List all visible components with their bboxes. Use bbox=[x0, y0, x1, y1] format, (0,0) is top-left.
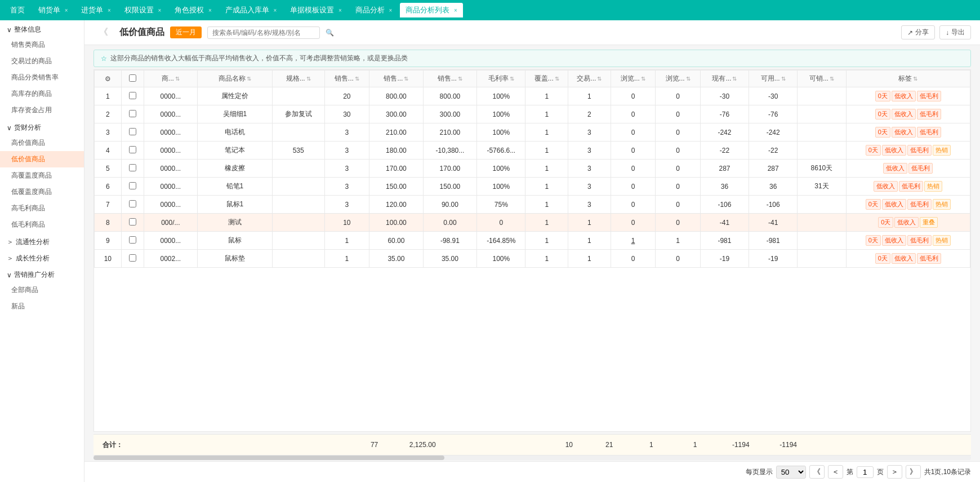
th-cover[interactable]: 覆盖...⇅ bbox=[525, 70, 568, 87]
cell-view1[interactable]: 0 bbox=[611, 141, 656, 160]
next-page-btn[interactable]: ＞ bbox=[887, 465, 902, 479]
sidebar-group-flow[interactable]: ＞ 流通性分析 bbox=[0, 233, 84, 249]
collapse-sidebar-btn[interactable]: 《 bbox=[93, 25, 114, 40]
sidebar-item-high-stock[interactable]: 高库存的商品 bbox=[0, 86, 84, 102]
close-icon[interactable]: × bbox=[338, 7, 342, 14]
sidebar-item-stock-fund[interactable]: 库存资金占用 bbox=[0, 102, 84, 118]
sidebar-item-high-coverage[interactable]: 高覆盖度商品 bbox=[0, 167, 84, 184]
horizontal-scrollbar[interactable] bbox=[93, 456, 971, 460]
sidebar-item-high-margin[interactable]: 高毛利商品 bbox=[0, 200, 84, 216]
th-tag[interactable]: 标签⇅ bbox=[846, 70, 970, 87]
close-icon[interactable]: × bbox=[158, 7, 162, 14]
data-table-wrapper[interactable]: ⚙ 商...⇅ 商品名称⇅ 规格...⇅ 销售...⇅ 销售...⇅ 销售...… bbox=[93, 69, 971, 432]
nav-sales[interactable]: 销货单 × bbox=[33, 3, 73, 17]
sidebar-item-new-goods[interactable]: 新品 bbox=[0, 298, 84, 315]
cell-view1[interactable]: 1 bbox=[611, 232, 656, 250]
cell-stock2: 287 bbox=[749, 160, 798, 178]
th-view1[interactable]: 浏览...⇅ bbox=[611, 70, 656, 87]
sidebar-group-overall[interactable]: ∨ 整体信息 bbox=[0, 20, 84, 37]
cell-check[interactable] bbox=[121, 105, 144, 123]
cell-view1[interactable]: 0 bbox=[611, 160, 656, 178]
cell-view1[interactable]: 0 bbox=[611, 87, 656, 105]
cell-check[interactable] bbox=[121, 214, 144, 232]
row-checkbox[interactable] bbox=[129, 110, 136, 117]
cell-check[interactable] bbox=[121, 160, 144, 178]
sidebar-group-marketing[interactable]: ∨ 营销推广分析 bbox=[0, 266, 84, 282]
th-trade[interactable]: 交易...⇅ bbox=[568, 70, 611, 87]
cell-check[interactable] bbox=[121, 141, 144, 160]
th-gross[interactable]: 毛利率⇅ bbox=[477, 70, 525, 87]
share-button[interactable]: ↗ 分享 bbox=[901, 25, 935, 39]
nav-permission[interactable]: 权限设置 × bbox=[119, 3, 167, 17]
close-icon[interactable]: × bbox=[65, 7, 68, 14]
nav-analysis-list[interactable]: 商品分析列表 × bbox=[400, 3, 462, 17]
nav-template[interactable]: 单据模板设置 × bbox=[284, 3, 347, 17]
nav-home[interactable]: 首页 bbox=[5, 3, 30, 17]
row-checkbox[interactable] bbox=[129, 92, 136, 99]
sidebar-item-high-value[interactable]: 高价值商品 bbox=[0, 135, 84, 151]
th-code[interactable]: 商...⇅ bbox=[144, 70, 198, 87]
th-spec[interactable]: 规格...⇅ bbox=[272, 70, 324, 87]
view1-link[interactable]: 1 bbox=[631, 237, 635, 245]
current-page-input[interactable] bbox=[857, 466, 874, 478]
sidebar-group-growth[interactable]: ＞ 成长性分析 bbox=[0, 249, 84, 266]
cell-check[interactable] bbox=[121, 178, 144, 196]
row-checkbox[interactable] bbox=[129, 146, 136, 153]
cell-view1[interactable]: 0 bbox=[611, 196, 656, 214]
close-icon[interactable]: × bbox=[108, 7, 111, 14]
nav-stock-in[interactable]: 产成品入库单 × bbox=[220, 3, 282, 17]
nav-role[interactable]: 角色授权 × bbox=[169, 3, 217, 17]
cell-check[interactable] bbox=[121, 196, 144, 214]
filter-recent-month-btn[interactable]: 近一月 bbox=[170, 26, 202, 38]
export-button[interactable]: ↓ 导出 bbox=[939, 25, 971, 39]
first-page-btn[interactable]: 《 bbox=[809, 465, 825, 479]
sidebar-item-traded[interactable]: 交易过的商品 bbox=[0, 53, 84, 69]
cell-check[interactable] bbox=[121, 123, 144, 141]
nav-purchase[interactable]: 进货单 × bbox=[75, 3, 116, 17]
th-sale3[interactable]: 销售...⇅ bbox=[423, 70, 477, 87]
sidebar-item-low-margin[interactable]: 低毛利商品 bbox=[0, 216, 84, 233]
cell-check[interactable] bbox=[121, 232, 144, 250]
row-checkbox[interactable] bbox=[129, 218, 136, 225]
th-sale1[interactable]: 销售...⇅ bbox=[324, 70, 369, 87]
row-checkbox[interactable] bbox=[129, 254, 136, 262]
cell-stock3 bbox=[798, 196, 846, 214]
close-icon[interactable]: × bbox=[208, 7, 212, 14]
scrollbar-thumb[interactable] bbox=[93, 456, 444, 460]
sidebar-item-sales-goods[interactable]: 销售类商品 bbox=[0, 37, 84, 53]
cell-check[interactable] bbox=[121, 250, 144, 268]
cell-check[interactable] bbox=[121, 87, 144, 105]
th-stock3[interactable]: 可销...⇅ bbox=[798, 70, 846, 87]
row-checkbox[interactable] bbox=[129, 236, 136, 244]
sidebar-item-category-rate[interactable]: 商品分类销售率 bbox=[0, 69, 84, 86]
close-icon[interactable]: × bbox=[454, 7, 457, 14]
nav-analysis[interactable]: 商品分析 × bbox=[350, 3, 398, 17]
th-sale2[interactable]: 销售...⇅ bbox=[369, 70, 424, 87]
row-checkbox[interactable] bbox=[129, 164, 136, 171]
cell-view1[interactable]: 0 bbox=[611, 214, 656, 232]
row-checkbox[interactable] bbox=[129, 128, 136, 135]
cell-view1[interactable]: 0 bbox=[611, 123, 656, 141]
sidebar-item-all-goods[interactable]: 全部商品 bbox=[0, 282, 84, 298]
close-icon[interactable]: × bbox=[274, 7, 277, 14]
sidebar-group-finance[interactable]: ∨ 货财分析 bbox=[0, 118, 84, 135]
row-checkbox[interactable] bbox=[129, 182, 136, 189]
th-view2[interactable]: 浏览...⇅ bbox=[656, 70, 701, 87]
search-icon[interactable]: 🔍 bbox=[326, 29, 334, 37]
last-page-btn[interactable]: 》 bbox=[906, 465, 921, 479]
th-name[interactable]: 商品名称⇅ bbox=[198, 70, 273, 87]
per-page-select[interactable]: 50 100 200 bbox=[776, 466, 806, 479]
cell-view1[interactable]: 0 bbox=[611, 178, 656, 196]
th-stock2[interactable]: 可用...⇅ bbox=[749, 70, 798, 87]
settings-icon[interactable]: ⚙ bbox=[105, 75, 111, 83]
sidebar-item-low-value[interactable]: 低价值商品 bbox=[0, 151, 84, 167]
search-input[interactable] bbox=[207, 26, 320, 39]
row-checkbox[interactable] bbox=[129, 200, 136, 207]
prev-page-btn[interactable]: ＜ bbox=[828, 465, 843, 479]
cell-view1[interactable]: 0 bbox=[611, 250, 656, 268]
sidebar-item-low-coverage[interactable]: 低覆盖度商品 bbox=[0, 184, 84, 200]
th-stock1[interactable]: 现有...⇅ bbox=[700, 70, 749, 87]
cell-view1[interactable]: 0 bbox=[611, 105, 656, 123]
select-all-checkbox[interactable] bbox=[129, 74, 136, 82]
close-icon[interactable]: × bbox=[389, 7, 392, 14]
